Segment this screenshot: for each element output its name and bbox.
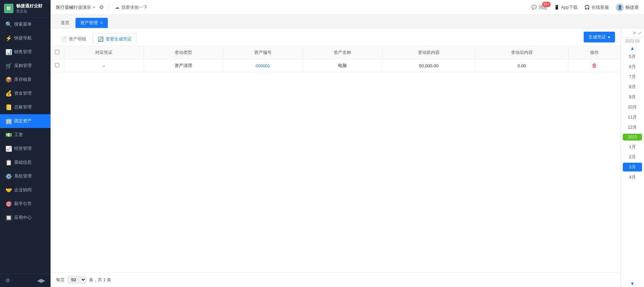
toolbar-right: 生成凭证 ▾ [578,28,620,46]
quicknav-icon: ⚡ [5,35,11,41]
avatar: 👤 [616,3,624,11]
tab-assets[interactable]: 资产管理 ✕ [75,18,108,28]
sidebar-item-ledger[interactable]: 📒 总账管理 [0,100,51,114]
user-profile[interactable]: 👤 畅捷通 [616,3,639,11]
fixed-icon: 🏢 [5,118,11,124]
delete-row-icon[interactable]: 🗑 [592,63,597,68]
date-month-item[interactable]: 1月 [621,142,644,152]
row-before-change: 50,000.00 [382,59,475,72]
row-checkbox-0[interactable] [55,63,59,67]
sidebar-label-apps: 应用中心 [14,215,32,221]
sidebar-item-fixed[interactable]: 🏢 固定资产 [0,114,51,128]
content-area: 📄 资产明细 🔄 变更生成凭证 生成凭证 ▾ [51,28,644,287]
feedback-button[interactable]: ☁ 我要体验一下 [115,4,148,10]
per-page-select[interactable]: 50 10 20 100 [67,276,86,284]
sub-tab-detail[interactable]: 📄 资产明细 [56,33,91,44]
sidebar: 财 畅捷通好业财 普及版 🔍 搜索菜单 ⚡ 快捷导航 📊 销售管理 🛒 采购管理… [0,0,51,287]
detail-icon: 📄 [61,36,67,42]
table-body: -- 资产清理 000001 电脑 50,000.00 0.00 🗑 [51,59,620,72]
date-month-item[interactable]: 4月 [621,172,644,182]
date-month-item[interactable]: 8月 [621,82,644,92]
generate-voucher-button[interactable]: 生成凭证 ▾ [584,32,615,42]
sidebar-label-sales: 销售管理 [14,49,32,55]
apps-icon: 🔲 [5,215,11,221]
row-checkbox-cell [51,59,64,72]
tab-home[interactable]: 首页 [56,18,74,28]
total-label: 条，共 1 条 [89,277,111,283]
topbar-right: 💬 消息 99+ 📱 App下载 🎧 在线客服 👤 畅捷通 [531,3,639,11]
search-icon: 🔍 [5,21,11,28]
sidebar-item-guide[interactable]: 🎯 新手引导 [0,197,51,211]
sidebar-item-sales[interactable]: 📊 销售管理 [0,45,51,59]
company-name: 医疗器械行业演示 [56,4,91,10]
date-month-item[interactable]: 5月 [621,52,644,62]
date-month-item[interactable]: 3月 [623,163,642,171]
header-after-change: 变动后内容 [475,46,568,59]
date-month-item[interactable]: 9月 [621,92,644,102]
sidebar-label-system: 系统管理 [14,173,32,179]
customer-service-button[interactable]: 🎧 在线客服 [584,4,609,10]
app-download-button[interactable]: 📱 App下载 [554,4,578,10]
sidebar-label-finance: 资金管理 [14,90,32,96]
date-month-item[interactable]: 11月 [621,112,644,122]
customer-service-label: 在线客服 [591,4,609,10]
sidebar-item-inventory[interactable]: 📦 库存核算 [0,73,51,87]
right-panel: ✕ ⤢ 2023.03 ▲ 5月6月7月8月9月10月11月12月20231月2… [620,28,644,287]
corp-icon: 🤝 [5,187,11,193]
sidebar-item-basic[interactable]: 📋 基础信息 [0,156,51,169]
phone-icon: 📱 [554,5,559,10]
app-logo-icon: 财 [4,4,13,13]
table-header-row: 对应凭证 变动类型 资产编号 资产名称 变动前内容 变动后内容 操作 [51,46,620,59]
main-area: 医疗器械行业演示 ▾ ⚙ ☁ 我要体验一下 💬 消息 99+ 📱 App下载 🎧… [51,0,644,287]
scroll-down-button[interactable]: ▼ [630,280,636,287]
settings-icon[interactable]: ⚙ [5,277,10,284]
select-all-checkbox[interactable] [55,50,59,54]
settings-gear-icon[interactable]: ⚙ [99,4,104,10]
sidebar-item-system[interactable]: ⚙️ 系统管理 [0,169,51,183]
header-operation: 操作 [568,46,620,59]
sidebar-item-apps[interactable]: 🔲 应用中心 [0,211,51,225]
sidebar-label-fixed: 固定资产 [14,118,32,124]
date-month-item[interactable]: 12月 [621,122,644,132]
sub-tab-voucher-label: 变更生成凭证 [105,36,132,42]
sidebar-item-operation[interactable]: 📈 经营管理 [0,142,51,156]
table-row: -- 资产清理 000001 电脑 50,000.00 0.00 🗑 [51,59,620,72]
user-name: 畅捷通 [625,4,639,10]
inventory-icon: 📦 [5,76,11,83]
assets-table: 对应凭证 变动类型 资产编号 资产名称 变动前内容 变动后内容 操作 [51,46,620,72]
sidebar-item-finance[interactable]: 💰 资金管理 [0,87,51,100]
sidebar-item-salary[interactable]: 💵 工资 [0,128,51,142]
panel-year-header: 2023.03 [623,37,642,45]
sidebar-item-purchase[interactable]: 🛒 采购管理 [0,59,51,73]
sidebar-item-search[interactable]: 🔍 搜索菜单 [0,18,51,31]
date-month-item[interactable]: 6月 [621,62,644,72]
voucher-icon: 🔄 [98,36,103,42]
right-panel-header: ✕ ⤢ [621,28,644,37]
header-checkbox-cell [51,46,64,59]
sales-icon: 📊 [5,49,11,55]
collapse-icon[interactable]: ◀▶ [37,277,45,284]
generate-label: 生成凭证 [588,34,606,40]
sub-tab-voucher[interactable]: 🔄 变更生成凭证 [93,33,137,44]
close-panel-icon[interactable]: ✕ [633,30,637,36]
sidebar-item-corp[interactable]: 🤝 企业协同 [0,183,51,197]
date-month-item[interactable]: 7月 [621,72,644,82]
row-after-change: 0.00 [475,59,568,72]
header-change-type: 变动类型 [144,46,223,59]
feedback-icon: ☁ [115,5,119,10]
date-month-item[interactable]: 2月 [621,152,644,162]
sidebar-item-quicknav[interactable]: ⚡ 快捷导航 [0,31,51,45]
app-download-label: App下载 [561,4,578,10]
messages-button[interactable]: 💬 消息 99+ [531,4,547,10]
expand-panel-icon[interactable]: ⤢ [638,30,642,36]
guide-icon: 🎯 [5,201,11,207]
date-month-item[interactable]: 10月 [621,102,644,112]
purchase-icon: 🛒 [5,63,11,69]
sidebar-label-corp: 企业协同 [14,187,32,193]
scroll-up-button[interactable]: ▲ [630,45,636,52]
close-tab-icon[interactable]: ✕ [100,21,103,25]
year-2023-label: 2023 [623,134,642,140]
company-selector[interactable]: 医疗器械行业演示 ▾ [56,4,95,10]
sidebar-label-ledger: 总账管理 [14,104,32,110]
per-page-label: 每页 [56,277,65,283]
